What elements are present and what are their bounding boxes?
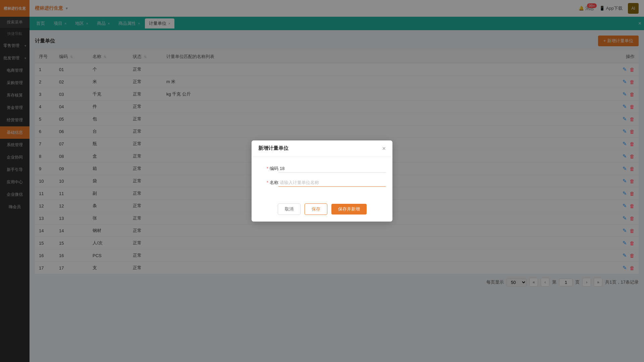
- modal-close-button[interactable]: ×: [382, 145, 386, 152]
- cancel-button[interactable]: 取消: [278, 203, 301, 215]
- modal-title: 新增计量单位: [258, 145, 288, 152]
- save-button[interactable]: 保存: [305, 203, 327, 215]
- save-new-button[interactable]: 保存并新增: [331, 204, 367, 215]
- code-label: 编码: [258, 166, 278, 172]
- modal-body: 编码 名称: [252, 157, 392, 199]
- modal-overlay: 新增计量单位 × 编码 名称 取消 保存 保存并新增: [0, 0, 644, 362]
- modal-footer: 取消 保存 保存并新增: [252, 199, 392, 222]
- code-input[interactable]: [278, 165, 386, 173]
- modal-header: 新增计量单位 ×: [252, 140, 392, 157]
- add-unit-modal: 新增计量单位 × 编码 名称 取消 保存 保存并新增: [252, 140, 392, 222]
- form-row-code: 编码: [258, 165, 386, 173]
- form-row-name: 名称: [258, 179, 386, 187]
- name-input[interactable]: [278, 179, 386, 187]
- name-label: 名称: [258, 180, 278, 186]
